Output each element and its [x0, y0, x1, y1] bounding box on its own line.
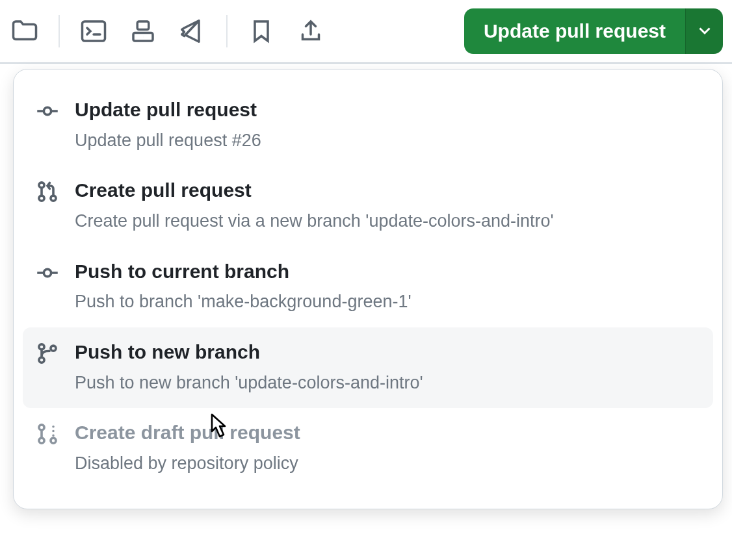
toolbar: Update pull request [0, 0, 732, 64]
menu-item-description: Push to new branch 'update-colors-and-in… [75, 370, 701, 397]
svg-point-10 [51, 346, 56, 351]
menu-item-text: Push to current branch Push to branch 'm… [75, 259, 701, 316]
svg-rect-2 [137, 21, 149, 30]
menu-item-description: Create pull request via a new branch 'up… [75, 208, 701, 235]
toolbar-divider [226, 15, 228, 47]
menu-item-title: Create draft pull request [75, 420, 701, 446]
menu-item-title: Push to current branch [75, 259, 701, 285]
update-pr-button[interactable]: Update pull request [464, 8, 685, 54]
menu-item-text: Create pull request Create pull request … [75, 177, 701, 235]
update-pr-dropdown-toggle[interactable] [685, 8, 723, 54]
svg-point-5 [39, 196, 44, 201]
svg-point-6 [51, 196, 56, 201]
toolbar-group-apps [78, 16, 208, 47]
chevron-down-icon [699, 27, 711, 35]
toolbar-group-actions [246, 16, 326, 47]
vscode-icon[interactable] [177, 16, 208, 47]
terminal-icon[interactable] [78, 16, 109, 47]
menu-item-push-new-branch[interactable]: Push to new branch Push to new branch 'u… [23, 327, 713, 408]
draft-pull-request-icon [34, 421, 60, 447]
svg-point-13 [51, 438, 56, 443]
toolbar-divider [59, 15, 60, 47]
menu-item-update-pr[interactable]: Update pull request Update pull request … [23, 85, 713, 166]
svg-point-11 [39, 425, 44, 430]
menu-item-description: Update pull request #26 [75, 127, 701, 155]
svg-rect-0 [83, 21, 105, 41]
bookmark-icon[interactable] [246, 16, 277, 47]
toolbar-group-left [9, 16, 40, 47]
menu-item-text: Update pull request Update pull request … [75, 97, 701, 154]
folder-icon[interactable] [9, 16, 40, 47]
branch-icon [34, 340, 60, 366]
menu-item-description: Disabled by repository policy [75, 450, 701, 477]
menu-item-description: Push to branch 'make-background-green-1' [75, 288, 701, 316]
menu-item-title: Push to new branch [75, 339, 701, 366]
pull-request-icon [34, 179, 60, 205]
menu-item-create-draft-pr: Create draft pull request Disabled by re… [23, 408, 713, 489]
menu-item-text: Create draft pull request Disabled by re… [75, 420, 701, 477]
menu-item-title: Update pull request [75, 97, 701, 123]
save-icon[interactable] [127, 16, 159, 47]
menu-item-text: Push to new branch Push to new branch 'u… [75, 339, 701, 396]
svg-point-3 [44, 107, 51, 114]
svg-point-12 [39, 438, 44, 443]
actions-dropdown: Update pull request Update pull request … [13, 69, 723, 509]
commit-icon [34, 98, 60, 124]
menu-item-push-current[interactable]: Push to current branch Push to branch 'm… [23, 247, 713, 327]
menu-item-title: Create pull request [75, 177, 701, 204]
menu-item-create-pr[interactable]: Create pull request Create pull request … [23, 166, 713, 246]
svg-point-7 [44, 269, 51, 276]
svg-point-9 [39, 357, 44, 363]
svg-point-4 [39, 183, 44, 188]
update-pr-split-button: Update pull request [464, 8, 723, 54]
commit-icon [34, 260, 60, 286]
svg-point-8 [39, 344, 44, 350]
share-icon[interactable] [295, 16, 326, 47]
